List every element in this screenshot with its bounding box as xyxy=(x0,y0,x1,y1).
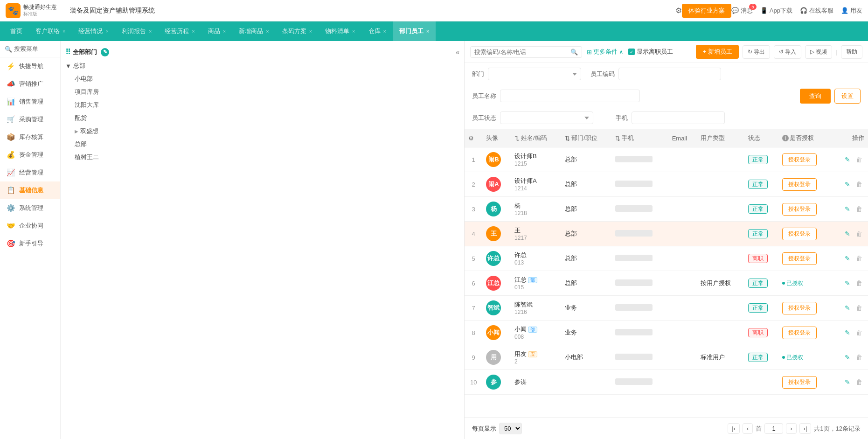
auth-login-button[interactable]: 授权登录 xyxy=(782,252,817,265)
dept-node-zhishu[interactable]: 植树王二 xyxy=(61,151,464,164)
dots-icon[interactable]: ⠿ xyxy=(65,48,71,56)
sidebar-item-quicknav[interactable]: ⚡ 快捷导航 xyxy=(0,57,60,75)
online-service-action[interactable]: 🎧 在线客服 xyxy=(800,7,833,15)
th-settings[interactable]: ⚙ xyxy=(465,129,482,147)
th-name[interactable]: ⇅姓名/编码 xyxy=(511,129,561,147)
auth-login-button[interactable]: 授权登录 xyxy=(782,228,817,240)
next-page-btn[interactable]: › xyxy=(786,423,796,434)
dept-node-projectroom[interactable]: 项目库房 xyxy=(61,85,464,98)
video-button[interactable]: ▷ 视频 xyxy=(805,45,832,59)
tab-profit[interactable]: 利润报告 × xyxy=(115,21,158,41)
collapse-btn[interactable]: « xyxy=(456,49,459,56)
delete-button[interactable]: 🗑 xyxy=(854,303,864,313)
delete-button[interactable]: 🗑 xyxy=(854,279,864,288)
edit-button[interactable]: ✎ xyxy=(843,180,852,189)
sidebar-item-guide[interactable]: 🎯 新手引导 xyxy=(0,235,60,252)
per-page-select[interactable]: 50 xyxy=(499,423,522,434)
delete-button[interactable]: 🗑 xyxy=(854,155,864,164)
dept-select[interactable] xyxy=(488,68,581,80)
emp-status-select[interactable] xyxy=(500,111,593,124)
dept-node-xiaoelectric[interactable]: 小电部 xyxy=(61,72,464,85)
edit-button[interactable]: ✎ xyxy=(843,229,852,238)
more-filter-btn[interactable]: ⊞ 更多条件 ∧ xyxy=(587,48,624,56)
dept-node-shuangsheng[interactable]: ▶ 双盛想 xyxy=(61,125,464,138)
settings-button[interactable]: 设置 xyxy=(834,89,861,104)
tab-goods[interactable]: 商品 × xyxy=(201,21,232,41)
tab-employee[interactable]: 部门员工 × xyxy=(393,21,436,41)
th-phone[interactable]: ⇅手机 xyxy=(611,129,668,147)
export-button[interactable]: ↻ 导出 xyxy=(743,45,770,59)
close-icon[interactable]: × xyxy=(352,28,355,34)
auth-login-button[interactable]: 授权登录 xyxy=(782,376,817,389)
edit-button[interactable]: ✎ xyxy=(843,303,852,313)
edit-button[interactable]: ✎ xyxy=(843,353,852,362)
auth-login-button[interactable]: 授权登录 xyxy=(782,153,817,166)
sidebar-item-sales[interactable]: 📊 销售管理 xyxy=(0,93,60,111)
auth-login-button[interactable]: 授权登录 xyxy=(782,327,817,339)
tab-warehouse[interactable]: 仓库 × xyxy=(362,21,393,41)
auth-login-button[interactable]: 授权登录 xyxy=(782,203,817,216)
close-icon[interactable]: × xyxy=(105,28,108,34)
th-dept[interactable]: ⇅部门/职位 xyxy=(561,129,611,147)
edit-button[interactable]: ✎ xyxy=(843,204,852,214)
import-button[interactable]: ↺ 导入 xyxy=(774,45,801,59)
sidebar-item-business[interactable]: 📈 经营管理 xyxy=(0,164,60,181)
query-button[interactable]: 查询 xyxy=(800,89,831,104)
tab-new-goods[interactable]: 新增商品 × xyxy=(232,21,275,41)
user-action[interactable]: 👤 用友 xyxy=(841,7,862,15)
edit-button[interactable]: ✎ xyxy=(843,328,852,337)
close-icon[interactable]: × xyxy=(426,28,429,34)
add-employee-button[interactable]: + 新增员工 xyxy=(696,45,738,59)
edit-icon[interactable]: ✎ xyxy=(101,48,109,56)
sidebar-item-collab[interactable]: 🤝 企业协同 xyxy=(0,217,60,235)
delete-button[interactable]: 🗑 xyxy=(854,353,864,362)
delete-button[interactable]: 🗑 xyxy=(854,180,864,189)
edit-button[interactable]: ✎ xyxy=(843,254,852,263)
edit-button[interactable]: ✎ xyxy=(843,279,852,288)
sidebar-item-basic[interactable]: 📋 基础信息 xyxy=(0,181,60,199)
first-page-btn[interactable]: |‹ xyxy=(728,423,740,434)
delete-button[interactable]: 🗑 xyxy=(854,254,864,263)
auth-login-button[interactable]: 授权登录 xyxy=(782,302,817,314)
emp-name-input[interactable] xyxy=(500,90,640,102)
close-icon[interactable]: × xyxy=(192,28,194,34)
close-icon[interactable]: × xyxy=(309,28,312,34)
edit-button[interactable]: ✎ xyxy=(843,377,852,387)
sidebar-item-marketing[interactable]: 📣 营销推广 xyxy=(0,75,60,93)
close-icon[interactable]: × xyxy=(266,28,269,34)
message-action[interactable]: 💬 消息 5 xyxy=(731,7,753,15)
tab-barcode[interactable]: 条码方案 × xyxy=(276,21,319,41)
auth-login-button[interactable]: 授权登录 xyxy=(782,178,817,191)
sidebar-item-system[interactable]: ⚙️ 系统管理 xyxy=(0,199,60,217)
dept-node-shenyang[interactable]: 沈阳大库 xyxy=(61,98,464,111)
tab-history[interactable]: 经营历程 × xyxy=(158,21,201,41)
phone-input[interactable] xyxy=(632,111,725,124)
tab-customer[interactable]: 客户联络 × xyxy=(29,21,72,41)
edit-button[interactable]: ✎ xyxy=(843,155,852,164)
tab-bom[interactable]: 物料清单 × xyxy=(319,21,361,41)
prev-page-btn[interactable]: ‹ xyxy=(743,423,753,434)
show-resign-toggle[interactable]: ✓ 显示离职员工 xyxy=(628,48,673,56)
sidebar-item-inventory[interactable]: 📦 库存核算 xyxy=(0,128,60,146)
dept-node-general[interactable]: 总部 xyxy=(61,138,464,151)
tab-operation[interactable]: 经营情况 × xyxy=(72,21,115,41)
delete-button[interactable]: 🗑 xyxy=(854,204,864,214)
gear-button[interactable]: ⚙ xyxy=(675,6,682,15)
app-download-action[interactable]: 📱 App下载 xyxy=(760,7,792,15)
experience-button[interactable]: 体验行业方案 xyxy=(682,4,731,18)
close-icon[interactable]: × xyxy=(62,28,65,34)
nav-search[interactable]: 🔍 搜索菜单 xyxy=(0,41,60,57)
dept-node-headquarters[interactable]: ▼ 总部 xyxy=(61,59,464,72)
search-input[interactable] xyxy=(474,49,568,56)
close-icon[interactable]: × xyxy=(149,28,152,34)
last-page-btn[interactable]: ›| xyxy=(799,423,812,434)
dept-node-distribution[interactable]: 配货 xyxy=(61,111,464,125)
emp-code-input[interactable] xyxy=(618,68,721,80)
delete-button[interactable]: 🗑 xyxy=(854,229,864,238)
tab-home[interactable]: 首页 xyxy=(4,21,29,41)
help-button[interactable]: 帮助 xyxy=(841,45,862,59)
page-number-input[interactable] xyxy=(764,423,783,434)
delete-button[interactable]: 🗑 xyxy=(854,328,864,337)
delete-button[interactable]: 🗑 xyxy=(854,377,864,387)
close-icon[interactable]: × xyxy=(383,28,386,34)
